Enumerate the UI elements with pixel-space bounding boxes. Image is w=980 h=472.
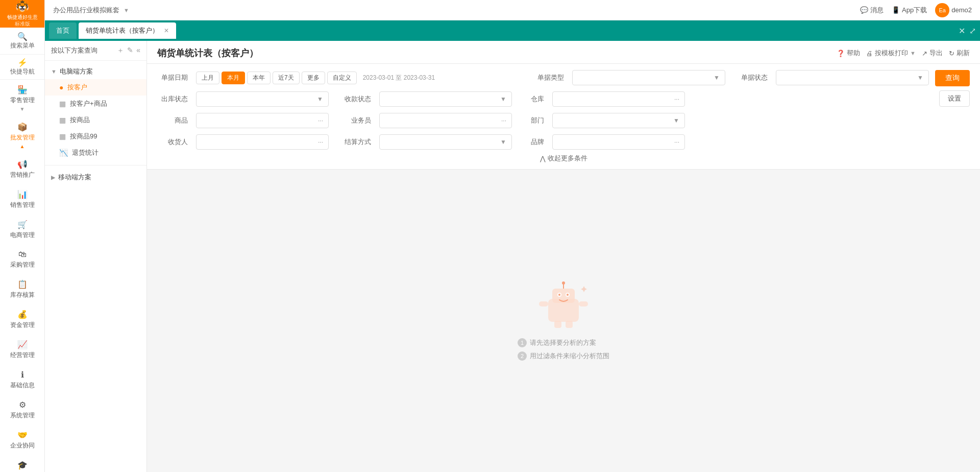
desktop-schemes-group: ▼ 电脑端方案 ● 按客户 ▦ 按客户+商品 ▦ 按商品 ▦ 按商品99: [45, 61, 146, 164]
sidebar-label-finance: 资金管理: [10, 321, 35, 329]
sales-icon: 📊: [17, 190, 28, 199]
sidebar-item-inventory[interactable]: 📋 库存核算: [0, 274, 44, 304]
sidebar-item-purchase[interactable]: 🛍 采购管理: [0, 245, 44, 274]
settings-button[interactable]: 设置: [939, 90, 970, 107]
svg-point-4: [558, 294, 560, 296]
search-menu-item[interactable]: 🔍 搜索菜单: [0, 28, 44, 55]
header-actions: 💬 消息 📱 App下载 Ea demo2: [860, 3, 972, 17]
collapse-scheme-btn[interactable]: «: [136, 46, 140, 55]
app-logo[interactable]: 🐯 畅捷通好生意 标准版: [0, 0, 45, 28]
sidebar-label-basic-info: 基础信息: [10, 381, 35, 390]
empty-hints: 1 请先选择要分析的方案 2 用过滤条件来缩小分析范围: [518, 338, 609, 361]
svg-point-5: [567, 294, 569, 296]
scheme-item-by-goods-99[interactable]: ▦ 按商品99: [45, 128, 146, 145]
sidebar-item-retail[interactable]: 🏪 零售管理 ▼: [0, 80, 44, 117]
scheme-item-return-stats[interactable]: 📉 退货统计: [45, 145, 146, 161]
workspace-selector[interactable]: 办公用品行业模拟账套 ▼: [53, 6, 129, 15]
app-download-btn[interactable]: 📱 App下载: [892, 6, 927, 15]
tab-close-icon[interactable]: ✕: [164, 27, 169, 34]
scheme-item-by-customer[interactable]: ● 按客户: [45, 79, 146, 96]
workspace-chevron-icon: ▼: [124, 7, 129, 13]
svg-rect-9: [579, 301, 588, 306]
export-label: 导出: [929, 49, 943, 58]
filter-row-date: 单据日期 上月 本月 本年 近7天 更多 自定义 20: [157, 70, 929, 85]
help-btn[interactable]: ❓ 帮助: [837, 49, 860, 58]
close-tab-btn[interactable]: ✕: [959, 26, 965, 36]
sidebar-item-sales[interactable]: 📊 销售管理: [0, 184, 44, 215]
sidebar-item-wholesale[interactable]: 📦 批发管理 ▲: [0, 117, 44, 154]
brand-select[interactable]: ···: [552, 134, 685, 150]
desktop-schemes-toggle[interactable]: ▼ 电脑端方案: [45, 64, 146, 79]
warehouse-select[interactable]: ···: [552, 91, 685, 107]
system-icon: ⚙: [19, 400, 26, 410]
more-date-btn[interactable]: 更多: [302, 72, 325, 84]
mobile-schemes-toggle[interactable]: ▶ 移动端方案: [45, 170, 146, 185]
add-scheme-btn[interactable]: ＋: [117, 46, 124, 55]
scheme-item-by-goods[interactable]: ▦ 按商品: [45, 112, 146, 128]
export-btn[interactable]: ↗ 导出: [922, 49, 943, 58]
refresh-btn[interactable]: ↻ 刷新: [949, 49, 970, 58]
receiver-select[interactable]: ···: [196, 134, 329, 150]
hint-num-1: 1: [518, 338, 527, 347]
department-select[interactable]: ▼: [552, 113, 685, 128]
message-btn[interactable]: 💬 消息: [860, 6, 884, 15]
sidebar-item-operations[interactable]: 📈 经营管理: [0, 335, 44, 365]
brand-ellipsis-icon: ···: [674, 138, 679, 146]
page-title-bar: 销货单统计表（按客户） ❓ 帮助 🖨 按模板打印 ▼ ↗ 导出: [147, 41, 980, 64]
return-stats-icon: 📉: [59, 149, 68, 157]
out-status-select[interactable]: ▼: [196, 91, 329, 107]
last-month-btn[interactable]: 上月: [196, 72, 219, 84]
sidebar-label-system: 系统管理: [10, 411, 35, 420]
salesperson-select[interactable]: ···: [379, 113, 512, 128]
bill-status-select[interactable]: ▼: [776, 70, 929, 85]
sidebar-item-ecommerce[interactable]: 🛒 电商管理: [0, 215, 44, 245]
sidebar-label-retail: 零售管理: [10, 96, 35, 105]
quick-nav-item[interactable]: ⚡ 快捷导航: [0, 55, 44, 80]
user-profile[interactable]: Ea demo2: [935, 3, 972, 17]
collapse-icon: ⋀: [540, 155, 546, 162]
sidebar-label-wholesale: 批发管理: [10, 133, 35, 142]
ecommerce-icon: 🛒: [17, 220, 28, 229]
sidebar-item-newguide[interactable]: 🎓 新手引导: [0, 455, 44, 472]
svg-rect-11: [566, 321, 573, 328]
sidebar-item-enterprise[interactable]: 🤝 企业协同: [0, 425, 44, 455]
date-range-display: 2023-03-01 至 2023-03-31: [363, 74, 435, 82]
mobile-schemes-label: 移动端方案: [58, 173, 91, 182]
query-button[interactable]: 查询: [935, 70, 970, 86]
goods-select[interactable]: ···: [196, 113, 329, 128]
template-print-label: 按模板打印: [875, 49, 908, 58]
sidebar-item-system[interactable]: ⚙ 系统管理: [0, 395, 44, 425]
export-icon: ↗: [922, 50, 927, 57]
hint-num-2: 2: [518, 351, 527, 361]
tab-home[interactable]: 首页: [49, 22, 77, 39]
sidebar-item-finance[interactable]: 💰 资金管理: [0, 304, 44, 335]
last-7-days-btn[interactable]: 近7天: [273, 72, 300, 84]
bill-type-select[interactable]: ▼: [572, 70, 725, 85]
print-icon: 🖨: [866, 50, 873, 57]
message-label: 消息: [870, 6, 884, 15]
this-month-btn[interactable]: 本月: [222, 72, 245, 84]
settlement-label: 结算方式: [343, 137, 371, 147]
main-area: 办公用品行业模拟账套 ▼ 💬 消息 📱 App下载 Ea demo2 首页: [45, 0, 980, 472]
sidebar-label-operations: 经营管理: [10, 351, 35, 360]
settlement-select[interactable]: ▼: [379, 134, 512, 150]
collapse-filters-btn[interactable]: ⋀ 收起更多条件: [157, 154, 970, 163]
refresh-label: 刷新: [957, 49, 970, 58]
fullscreen-btn[interactable]: ⤢: [969, 26, 976, 36]
filter-row-status: 出库状态 ▼ 收款状态 ▼ 仓库: [157, 91, 929, 107]
content-area: 销货单统计表（按客户） ❓ 帮助 🖨 按模板打印 ▼ ↗ 导出: [147, 41, 980, 472]
this-year-btn[interactable]: 本年: [247, 72, 271, 84]
scheme-item-by-customer-goods[interactable]: ▦ 按客户+商品: [45, 96, 146, 112]
edit-scheme-btn[interactable]: ✎: [127, 46, 133, 55]
content-body: 1 请先选择要分析的方案 2 用过滤条件来缩小分析范围: [147, 170, 980, 472]
sidebar-item-marketing[interactable]: 📢 营销推广: [0, 154, 44, 184]
salesperson-ellipsis-icon: ···: [501, 117, 506, 124]
bill-status-label: 单据状态: [740, 73, 768, 82]
collection-status-select[interactable]: ▼: [379, 91, 512, 107]
template-print-btn[interactable]: 🖨 按模板打印 ▼: [866, 49, 916, 58]
collapse-label: 收起更多条件: [548, 154, 587, 163]
custom-date-btn[interactable]: 自定义: [327, 72, 357, 84]
app-download-icon: 📱: [892, 6, 900, 14]
tab-sales-stat[interactable]: 销货单统计表（按客户） ✕: [79, 22, 176, 39]
sidebar-item-basic-info[interactable]: ℹ 基础信息: [0, 365, 44, 395]
